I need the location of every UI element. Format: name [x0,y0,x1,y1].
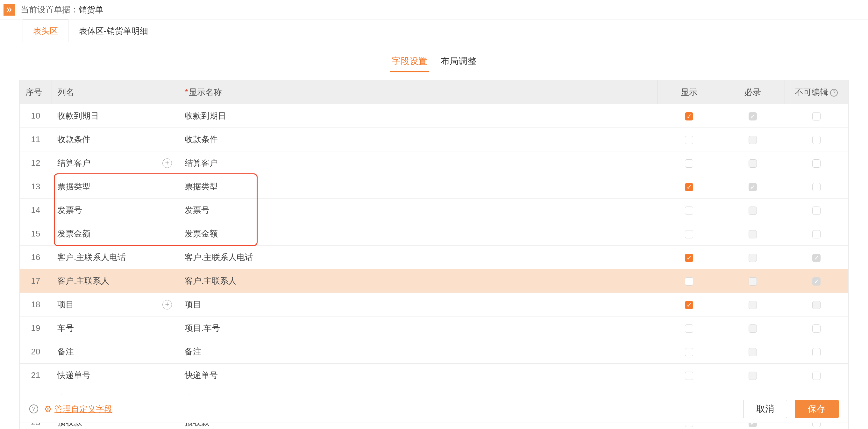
cell-display-name[interactable]: 发票号 [179,199,657,222]
table-row[interactable]: 19车号项目.车号 [20,316,848,340]
cell-colname: 项目+ [52,293,179,316]
cell-readonly: ✓ [784,246,848,269]
cell-seq: 19 [20,316,52,340]
checkbox-show[interactable] [685,348,693,356]
help-icon[interactable]: ? [830,89,838,96]
checkbox-show[interactable]: ✓ [685,254,693,262]
cell-required [721,340,784,364]
cell-readonly [784,340,848,364]
sub-tab-0[interactable]: 字段设置 [390,51,429,73]
manage-custom-fields-link[interactable]: 管理自定义字段 [55,403,113,414]
table-row[interactable]: 14发票号发票号 [20,199,848,222]
checkbox-required [749,136,757,144]
cell-readonly [784,222,848,246]
cell-display-name[interactable]: 客户.主联系人 [179,269,657,293]
cell-display-name[interactable]: 项目 [179,293,657,316]
col-show: 显示 [657,80,721,104]
checkbox-readonly[interactable] [812,136,820,144]
table-row[interactable]: 15发票金额发票金额 [20,222,848,246]
checkbox-readonly[interactable] [812,206,820,215]
checkbox-show[interactable] [685,206,693,215]
cell-required [721,199,784,222]
table-row[interactable]: 21快递单号快递单号 [20,364,848,387]
table-row[interactable]: 10收款到期日收款到期日✓✓ [20,104,848,128]
gear-icon: ⚙ [44,404,52,414]
table-row[interactable]: 12结算客户+结算客户 [20,151,848,175]
checkbox-readonly[interactable] [812,348,820,356]
checkbox-show[interactable] [685,324,693,333]
cell-seq: 20 [20,340,52,364]
checkbox-show[interactable] [685,277,693,286]
cell-show [657,364,721,387]
cell-display-name[interactable]: 票据类型 [179,175,657,199]
table-row[interactable]: 13票据类型票据类型✓✓ [20,175,848,199]
main-tab-0[interactable]: 表头区 [23,20,68,42]
cell-seq: 13 [20,175,52,199]
sub-tabs: 字段设置布局调整 [0,51,868,73]
cell-display-name[interactable]: 客户.主联系人电话 [179,246,657,269]
checkbox-readonly[interactable] [812,230,820,238]
checkbox-readonly[interactable] [812,160,820,168]
cell-display-name[interactable]: 收款到期日 [179,104,657,128]
cell-display-name[interactable]: 结算客户 [179,151,657,175]
checkbox-required [749,206,757,215]
table-row[interactable]: 17客户.主联系人客户.主联系人✓ [20,269,848,293]
cell-readonly: ✓ [784,269,848,293]
help-icon[interactable]: ? [29,404,38,413]
add-icon[interactable]: + [162,300,172,310]
cell-seq: 14 [20,199,52,222]
cell-show: ✓ [657,293,721,316]
cell-show: ✓ [657,175,721,199]
cell-display-name[interactable]: 发票金额 [179,222,657,246]
cell-colname: 结算客户+ [52,151,179,175]
save-button[interactable]: 保存 [795,400,839,418]
table-row[interactable]: 11收款条件收款条件 [20,128,848,151]
table-row[interactable]: 20备注备注 [20,340,848,364]
sub-tab-1[interactable]: 布局调整 [439,51,478,73]
checkbox-show[interactable] [685,372,693,380]
cancel-button[interactable]: 取消 [743,400,787,418]
col-display: *显示名称 [179,80,657,104]
checkbox-show[interactable] [685,136,693,144]
cell-colname: 发票号 [52,199,179,222]
cell-show [657,151,721,175]
cell-required [721,128,784,151]
checkbox-required: ✓ [749,183,757,191]
cell-seq: 11 [20,128,52,151]
cell-show [657,340,721,364]
cell-required: ✓ [721,175,784,199]
add-icon[interactable]: + [162,159,172,168]
col-colname: 列名 [52,80,179,104]
cell-display-name[interactable]: 备注 [179,340,657,364]
cell-show [657,128,721,151]
cell-readonly [784,316,848,340]
checkbox-readonly[interactable] [812,112,820,120]
cell-show [657,269,721,293]
cell-display-name[interactable]: 项目.车号 [179,316,657,340]
table-row[interactable]: 18项目+项目✓ [20,293,848,316]
cell-display-name[interactable]: 收款条件 [179,128,657,151]
cell-display-name[interactable]: 快递单号 [179,364,657,387]
cell-readonly [784,175,848,199]
checkbox-show[interactable] [685,160,693,168]
cell-required [721,293,784,316]
table-row[interactable]: 16客户.主联系人电话客户.主联系人电话✓✓ [20,246,848,269]
checkbox-readonly[interactable] [812,183,820,191]
cell-readonly [784,128,848,151]
cell-seq: 16 [20,246,52,269]
current-doc-value: 销货单 [79,4,103,15]
checkbox-show[interactable]: ✓ [685,183,693,191]
col-required: 必录 [721,80,784,104]
cell-colname: 客户.主联系人 [52,269,179,293]
checkbox-show[interactable]: ✓ [685,301,693,309]
checkbox-readonly[interactable] [812,372,820,380]
cell-required [721,269,784,293]
main-tab-1[interactable]: 表体区-销货单明细 [68,20,159,42]
checkbox-show[interactable]: ✓ [685,112,693,120]
cell-seq: 18 [20,293,52,316]
checkbox-required [749,230,757,238]
cell-colname: 快递单号 [52,364,179,387]
checkbox-show[interactable] [685,230,693,238]
sidebar-expand-toggle[interactable] [3,4,15,16]
checkbox-readonly[interactable] [812,324,820,333]
